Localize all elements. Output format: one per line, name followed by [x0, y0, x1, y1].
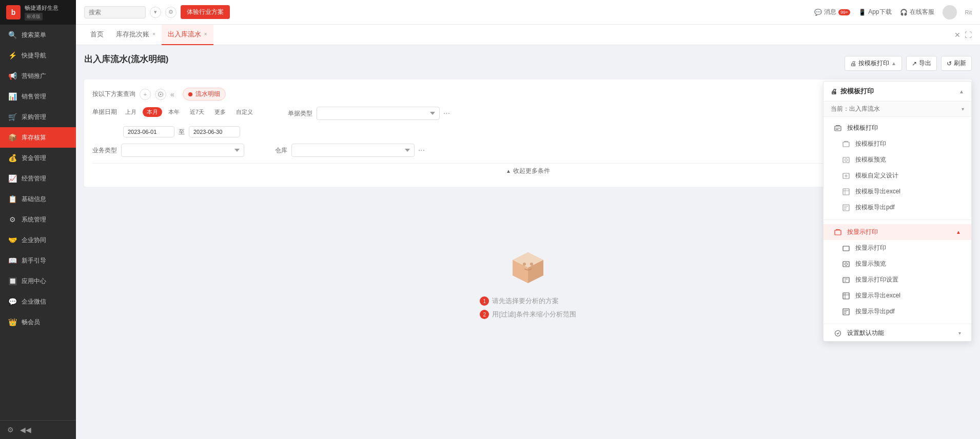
sidebar-item-sales[interactable]: 📊 销售管理 — [0, 86, 76, 107]
app-download-label: App下载 — [868, 8, 891, 16]
last7-btn[interactable]: 近7天 — [186, 107, 208, 117]
tab-flow-close[interactable]: × — [204, 31, 207, 37]
collapse-up-icon: ▲ — [506, 168, 511, 174]
sidebar-item-label: 新手引导 — [22, 256, 46, 265]
settings-footer-icon[interactable]: ⚙ — [7, 426, 14, 434]
message-btn[interactable]: 💬 消息 99+ — [814, 8, 850, 16]
sidebar-item-inventory[interactable]: 📦 库存核算 — [0, 127, 76, 148]
print-dropdown-chevron-up[interactable]: ▲ — [959, 89, 964, 94]
print-btn-label: 按模板打印 — [858, 59, 889, 68]
step2-num: 2 — [480, 310, 489, 319]
sidebar-item-finance[interactable]: 💰 资金管理 — [0, 148, 76, 168]
display-preview-label: 按显示预览 — [855, 260, 886, 268]
export-icon: ↗ — [912, 60, 917, 67]
template-print-section: 按模板打印 按模板打印 — [824, 117, 971, 218]
warehouse-select[interactable] — [291, 144, 415, 157]
tab-home[interactable]: 首页 — [84, 25, 110, 45]
more-btn[interactable]: 更多 — [210, 107, 230, 117]
sidebar-item-label: 库存核算 — [22, 133, 46, 142]
tab-flow[interactable]: 出入库流水 × — [162, 25, 213, 45]
sidebar-item-purchase[interactable]: 🛒 采购管理 — [0, 107, 76, 127]
sidebar-item-basic-info[interactable]: 📋 基础信息 — [0, 189, 76, 209]
top-search-input[interactable] — [89, 9, 130, 16]
collapse-sidebar-icon[interactable]: ◀◀ — [20, 426, 31, 434]
tab-batch-account[interactable]: 库存批次账 × — [110, 25, 162, 45]
sidebar-item-search[interactable]: 🔍 搜索菜单 — [0, 25, 76, 45]
template-preview-item[interactable]: 按模板预览 — [824, 152, 971, 168]
search-box[interactable] — [84, 6, 146, 18]
print-template-btn[interactable]: 🖨 按模板打印 ▲ — [845, 56, 902, 71]
page-content: 出入库流水(流水明细) 🖨 按模板打印 ▲ ↗ 导出 ↺ 刷新 — [76, 45, 980, 439]
last-month-btn[interactable]: 上月 — [121, 107, 141, 117]
sidebar-item-member[interactable]: 👑 畅会员 — [0, 312, 76, 332]
template-print-sub-item[interactable]: 按模板打印 — [824, 136, 971, 152]
biz-type-select[interactable] — [121, 144, 244, 157]
template-preview-icon — [842, 156, 850, 164]
svg-point-20 — [835, 330, 841, 336]
doc-type-select[interactable] — [317, 107, 440, 120]
set-default-btn[interactable]: 设置默认功能 ▾ — [824, 325, 971, 341]
add-condition-btn[interactable]: + — [140, 89, 151, 100]
sidebar-item-app-center[interactable]: 🔲 应用中心 — [0, 271, 76, 291]
tab-batch-close[interactable]: × — [152, 31, 155, 37]
date-end-input[interactable] — [189, 126, 240, 137]
template-export-excel-label: 按模板导出excel — [855, 187, 900, 196]
custom-btn[interactable]: 自定义 — [232, 107, 257, 117]
sidebar-item-marketing[interactable]: 📢 营销推广 — [0, 66, 76, 86]
sidebar-item-wechat[interactable]: 💬 企业微信 — [0, 291, 76, 312]
sidebar-item-system[interactable]: ⚙ 系统管理 — [0, 209, 76, 230]
date-start-input[interactable] — [123, 126, 174, 137]
trial-btn[interactable]: 体验行业方案 — [181, 5, 230, 19]
sidebar-item-operation[interactable]: 📈 经营管理 — [0, 168, 76, 189]
online-service-btn[interactable]: 🎧 在线客服 — [900, 8, 934, 16]
condition-settings-btn[interactable] — [155, 89, 166, 100]
display-print-header-item[interactable]: 按显示打印 ▲ — [824, 224, 971, 240]
sidebar-item-label: 快捷导航 — [22, 51, 46, 60]
template-print-header-item[interactable]: 按模板打印 — [824, 120, 971, 136]
display-section-chevron-up[interactable]: ▲ — [956, 229, 961, 235]
print-dropdown-title: 🖨 按模板打印 — [831, 87, 874, 96]
display-print-settings-item[interactable]: 按显示打印设置 — [824, 272, 971, 288]
top-bar-left: ▾ ⚙ 体验行业方案 — [84, 5, 808, 19]
template-export-pdf-icon — [842, 204, 850, 212]
current-template-chevron[interactable]: ▾ — [962, 106, 964, 112]
user-name[interactable]: Rit — [965, 9, 972, 15]
user-avatar[interactable] — [943, 5, 957, 19]
box-icon: 📦 — [7, 132, 17, 143]
step1-text: 请先选择要分析的方案 — [492, 296, 559, 306]
refresh-btn[interactable]: ↺ 刷新 — [941, 56, 972, 71]
filter-tag[interactable]: 流水明细 — [183, 88, 226, 101]
top-settings-btn[interactable]: ⚙ — [165, 7, 177, 18]
template-custom-item[interactable]: 模板自定义设计 — [824, 168, 971, 184]
export-btn[interactable]: ↗ 导出 — [906, 56, 937, 71]
warehouse-more-icon[interactable]: ··· — [416, 146, 427, 155]
maximize-tab-window-icon[interactable]: ⛶ — [965, 31, 972, 39]
this-month-btn[interactable]: 本月 — [143, 107, 162, 117]
display-print-item[interactable]: 按显示打印 — [824, 240, 971, 256]
app-download-btn[interactable]: 📱 App下载 — [858, 8, 891, 16]
sidebar-item-quick-nav[interactable]: ⚡ 快捷导航 — [0, 45, 76, 66]
collapse-btn-label: 收起更多条件 — [513, 167, 550, 175]
template-export-excel-item[interactable]: 按模板导出excel — [824, 184, 971, 199]
sidebar-item-collab[interactable]: 🤝 企业协同 — [0, 230, 76, 250]
display-print-settings-label: 按显示打印设置 — [855, 275, 898, 284]
empty-illustration — [505, 242, 551, 288]
sidebar-item-label: 资金管理 — [22, 154, 46, 163]
display-export-pdf-item[interactable]: 按显示导出pdf — [824, 304, 971, 320]
top-bar-right: 💬 消息 99+ 📱 App下载 🎧 在线客服 Rit — [814, 5, 972, 19]
template-export-pdf-item[interactable]: 按模板导出pdf — [824, 199, 971, 215]
sidebar-item-label: 销售管理 — [22, 92, 46, 101]
svg-rect-15 — [843, 277, 849, 283]
collapse-conditions-btn[interactable]: « — [170, 90, 174, 98]
display-preview-item[interactable]: 按显示预览 — [824, 256, 971, 272]
sidebar-item-label: 营销推广 — [22, 72, 46, 81]
svg-rect-7 — [843, 189, 849, 195]
display-print-settings-icon — [842, 276, 850, 284]
top-dropdown-btn[interactable]: ▾ — [150, 7, 161, 18]
display-export-excel-item[interactable]: 按显示导出excel — [824, 288, 971, 304]
close-tab-window-icon[interactable]: ✕ — [954, 31, 961, 39]
doc-type-more-icon[interactable]: ··· — [441, 109, 452, 118]
this-year-btn[interactable]: 本年 — [164, 107, 184, 117]
template-preview-label: 按模板预览 — [855, 155, 886, 164]
sidebar-item-guide[interactable]: 📖 新手引导 — [0, 250, 76, 271]
